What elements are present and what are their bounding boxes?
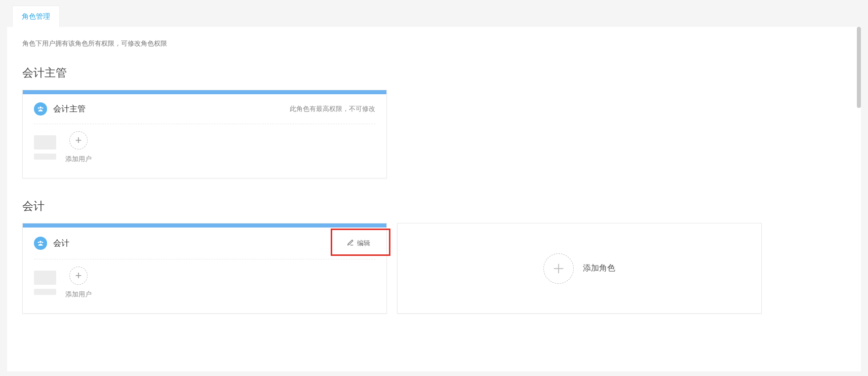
scrollbar[interactable] xyxy=(857,27,861,108)
svg-point-5 xyxy=(42,242,44,243)
user-avatar-placeholder xyxy=(34,271,56,295)
plus-icon: + xyxy=(69,131,88,149)
content-panel: 角色下用户拥有该角色所有权限，可修改角色权限 会计主管 会计主管 此角色有最高权… xyxy=(7,27,861,371)
add-role-label: 添加角色 xyxy=(583,263,615,274)
svg-point-4 xyxy=(38,242,40,243)
page-description: 角色下用户拥有该角色所有权限，可修改角色权限 xyxy=(22,39,846,48)
person-icon xyxy=(34,102,47,116)
role-name: 会计主管 xyxy=(53,104,86,115)
card-top-bar xyxy=(23,90,386,94)
card-top-bar xyxy=(23,223,386,228)
section-title: 会计主管 xyxy=(22,65,846,81)
tab-label: 角色管理 xyxy=(22,12,50,20)
user-avatar-placeholder xyxy=(34,135,56,160)
add-user-button[interactable]: + 添加用户 xyxy=(65,131,92,164)
edit-label: 编辑 xyxy=(357,239,370,248)
add-role-card: 添加角色 xyxy=(397,223,762,314)
add-user-button[interactable]: + 添加用户 xyxy=(65,267,92,299)
role-card-supervisor: 会计主管 此角色有最高权限，不可修改 + 添加用户 xyxy=(22,90,387,178)
edit-button[interactable]: 编辑 xyxy=(342,236,375,251)
svg-point-1 xyxy=(38,107,40,109)
svg-point-2 xyxy=(42,107,44,109)
person-icon xyxy=(34,237,47,250)
svg-point-3 xyxy=(40,241,42,243)
role-note: 此角色有最高权限，不可修改 xyxy=(290,104,375,114)
role-name: 会计 xyxy=(53,238,69,249)
add-user-label: 添加用户 xyxy=(65,290,92,299)
section-supervisor: 会计主管 会计主管 此角色有最高权限，不可修改 xyxy=(22,65,846,178)
tab-role-management[interactable]: 角色管理 xyxy=(12,6,60,27)
svg-point-0 xyxy=(40,106,42,108)
role-card-accountant: 会计 编辑 xyxy=(22,223,387,314)
section-accountant: 会计 会计 xyxy=(22,199,846,314)
plus-icon: + xyxy=(69,267,88,285)
plus-icon xyxy=(543,253,574,284)
add-user-label: 添加用户 xyxy=(65,155,92,164)
section-title: 会计 xyxy=(22,199,846,214)
tabs-row: 角色管理 xyxy=(7,5,861,27)
add-role-button[interactable]: 添加角色 xyxy=(398,223,761,313)
edit-icon xyxy=(347,239,354,248)
